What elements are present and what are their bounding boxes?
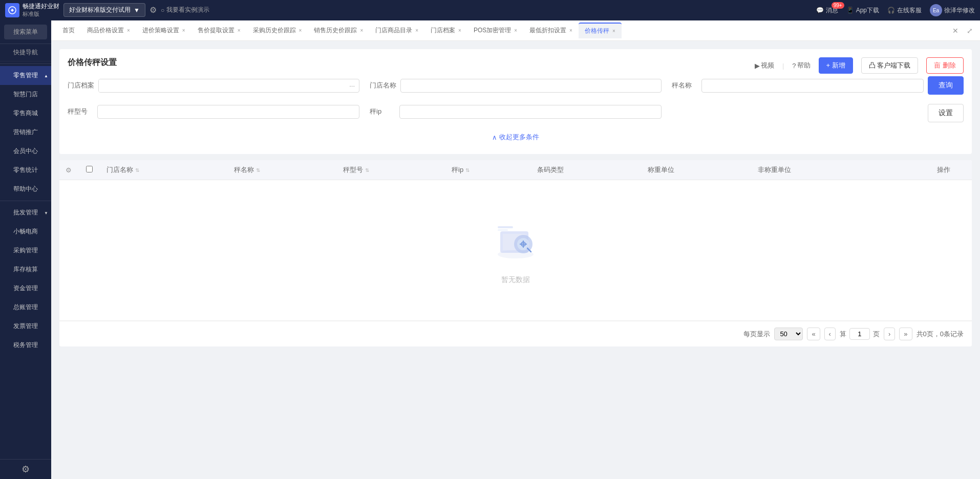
scale-ip-input[interactable]: [399, 105, 662, 119]
scale-model-input[interactable]: [97, 105, 359, 119]
collapse-button[interactable]: ∧ 收起更多条件: [68, 128, 964, 146]
empty-text: 暂无数据: [66, 275, 966, 285]
pagination: 每页显示 50 10 20 100 « ‹ 算 页: [59, 321, 972, 346]
sidebar-item-smart-store[interactable]: 智慧门店: [0, 85, 51, 104]
tab-min-discount[interactable]: 最低折扣设置 ×: [523, 23, 579, 38]
store-name-label: 门店名称: [370, 81, 396, 90]
query-button[interactable]: 查询: [928, 76, 964, 95]
messages-button[interactable]: 💬 消息 99+: [816, 6, 838, 15]
tab-close-price-scale[interactable]: ×: [612, 28, 615, 34]
sidebar-nav-button[interactable]: 快捷导航: [0, 44, 51, 61]
tab-price-scale[interactable]: 价格传秤 ×: [579, 23, 622, 38]
search-menu-button[interactable]: 搜索菜单: [4, 25, 47, 39]
sidebar-item-ecommerce[interactable]: 小畅电商: [0, 222, 51, 241]
sidebar-item-member-center[interactable]: 会员中心: [0, 142, 51, 161]
sidebar-item-procurement[interactable]: 采购管理: [0, 241, 51, 260]
demo-link[interactable]: ○ 我要看实例演示: [161, 6, 209, 14]
table-settings-icon[interactable]: ⚙: [66, 166, 72, 174]
data-table: ⚙ 门店名称 ⇅: [59, 160, 972, 321]
sidebar-item-inventory[interactable]: 库存核算: [0, 260, 51, 279]
tab-close-price-extract[interactable]: ×: [238, 28, 241, 33]
sort-scale-model-icon[interactable]: ⇅: [365, 167, 369, 173]
tab-purchase-history[interactable]: 采购历史价跟踪 ×: [247, 23, 308, 38]
next-page-button[interactable]: ›: [884, 328, 895, 340]
sort-scale-name-icon[interactable]: ⇅: [256, 167, 260, 173]
pagination-page: 算 页: [840, 328, 880, 340]
question-icon: ?: [792, 62, 796, 70]
th-store-name: 门店名称 ⇅: [100, 160, 228, 180]
sidebar-item-invoice[interactable]: 发票管理: [0, 317, 51, 336]
tab-home[interactable]: 首页: [56, 23, 81, 38]
sort-store-name-icon[interactable]: ⇅: [135, 167, 139, 173]
empty-state: 暂无数据: [66, 185, 966, 315]
topbar-settings-button[interactable]: ⚙: [150, 5, 157, 15]
sidebar-item-retail-mall[interactable]: 零售商城: [0, 104, 51, 123]
tab-close-product-price[interactable]: ×: [127, 28, 130, 33]
message-badge: 99+: [832, 2, 844, 9]
download-client-button[interactable]: 凸 客户端下载: [861, 57, 919, 74]
tab-close-min-discount[interactable]: ×: [569, 28, 572, 33]
video-link[interactable]: ▶ 视频: [755, 61, 774, 70]
table-body: 暂无数据: [59, 180, 972, 321]
page-number-input[interactable]: [849, 328, 870, 340]
tab-close-store-catalog[interactable]: ×: [415, 28, 418, 33]
sidebar-item-retail-stats[interactable]: 零售统计: [0, 161, 51, 180]
main-area: 搜索菜单 快捷导航 零售管理 智慧门店 零售商城 营销推广 会员中心 零售统计: [0, 20, 980, 479]
tabs-bar: 首页 商品价格设置 × 进价策略设置 × 售价提取设置 × 采购历史价跟踪 ×: [51, 20, 980, 41]
help-link[interactable]: ? 帮助: [792, 61, 810, 70]
tab-close-purchase-history[interactable]: ×: [299, 28, 302, 33]
tab-close-sales-history[interactable]: ×: [360, 28, 363, 33]
per-page-select[interactable]: 50 10 20 100: [774, 328, 803, 340]
tab-price-extract[interactable]: 售价提取设置 ×: [191, 23, 247, 38]
tab-close-all-button[interactable]: ✕: [950, 26, 961, 36]
sidebar-item-wholesale-mgmt[interactable]: 批发管理: [0, 203, 51, 222]
sidebar-item-tax[interactable]: 税务管理: [0, 336, 51, 355]
select-all-checkbox[interactable]: [86, 166, 93, 172]
add-button[interactable]: + 新增: [819, 57, 853, 74]
tab-close-pos-encrypt[interactable]: ×: [514, 28, 517, 33]
edition-selector[interactable]: 好业财标准版交付试用 ▼: [63, 3, 145, 17]
scale-name-row: 秤名称 查询: [672, 76, 964, 95]
avatar: Ea: [930, 4, 942, 16]
page-title: 价格传秤设置: [68, 57, 117, 68]
last-page-button[interactable]: »: [899, 328, 912, 340]
app-name-block: 畅捷通好业财 标准版: [23, 3, 59, 17]
sidebar-settings-icon[interactable]: ⚙: [4, 464, 47, 475]
tab-product-price[interactable]: 商品价格设置 ×: [81, 23, 136, 38]
tab-expand-button[interactable]: ⤢: [965, 26, 975, 36]
page-header-card: 价格传秤设置 ▶ 视频 | ? 帮助: [59, 49, 972, 154]
sort-scale-ip-icon[interactable]: ⇅: [465, 167, 470, 173]
headset-icon: 🎧: [887, 7, 895, 14]
app-download-button[interactable]: 📱 App下载: [846, 6, 879, 15]
sidebar-item-marketing[interactable]: 营销推广: [0, 123, 51, 142]
store-archive-suffix-btn[interactable]: ···: [345, 79, 359, 92]
tab-pos-encrypt[interactable]: POS加密管理 ×: [467, 23, 523, 38]
pagination-total: 共0页，0条记录: [917, 330, 964, 339]
online-service-button[interactable]: 🎧 在线客服: [887, 6, 922, 15]
tab-close-store-archive[interactable]: ×: [458, 28, 461, 33]
store-archive-input[interactable]: [99, 79, 345, 92]
tab-store-catalog[interactable]: 门店商品目录 ×: [369, 23, 424, 38]
tab-sales-history[interactable]: 销售历史价跟踪 ×: [308, 23, 369, 38]
store-name-input[interactable]: [400, 79, 662, 93]
tab-close-purchase-strategy[interactable]: ×: [182, 28, 185, 33]
page-content: 价格传秤设置 ▶ 视频 | ? 帮助: [51, 41, 980, 479]
user-info[interactable]: Ea 徐泽华修改: [930, 4, 975, 16]
search-form: 门店档案 ··· 门店名称 秤名称: [68, 76, 964, 122]
delete-button[interactable]: 亩 删除: [926, 57, 964, 74]
sidebar-item-finance[interactable]: 资金管理: [0, 279, 51, 298]
per-page-label: 每页显示: [743, 330, 770, 339]
store-archive-input-group: ···: [98, 79, 359, 93]
scale-name-input[interactable]: [701, 79, 924, 93]
th-scale-model: 秤型号 ⇅: [337, 160, 445, 180]
tab-store-archive[interactable]: 门店档案 ×: [424, 23, 467, 38]
sidebar-item-retail-mgmt[interactable]: 零售管理: [0, 66, 51, 85]
sidebar-divider-2: [0, 201, 51, 201]
sidebar-item-ledger[interactable]: 总账管理: [0, 298, 51, 317]
tab-purchase-strategy[interactable]: 进价策略设置 ×: [136, 23, 191, 38]
sidebar-divider: [0, 63, 51, 64]
first-page-button[interactable]: «: [807, 328, 820, 340]
prev-page-button[interactable]: ‹: [824, 328, 836, 340]
sidebar-item-help-center[interactable]: 帮助中心: [0, 180, 51, 199]
settings-button[interactable]: 设置: [928, 104, 964, 122]
